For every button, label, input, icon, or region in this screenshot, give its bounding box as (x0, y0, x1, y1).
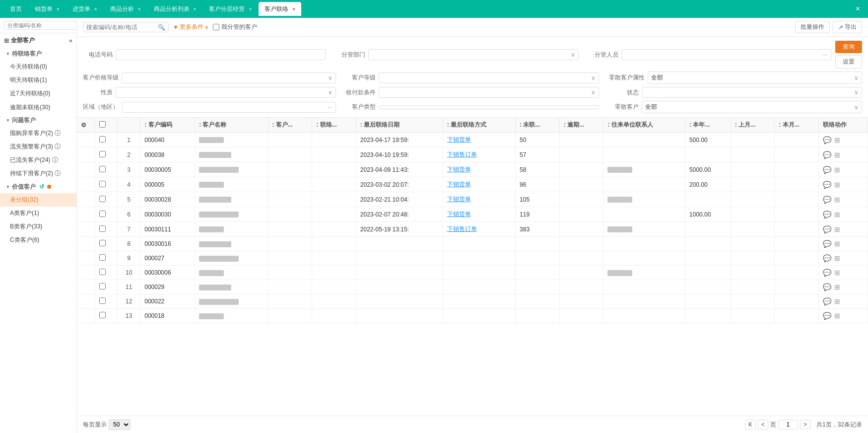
chat-icon[interactable]: 💬 (823, 136, 831, 144)
grid-action-icon[interactable]: ⊞ (834, 196, 840, 204)
sidebar-item-7days[interactable]: 近7天待联络(0) (0, 87, 76, 100)
tab-customer-contact[interactable]: 客户联络 × (259, 2, 301, 16)
tab-home[interactable]: 首页 (4, 2, 28, 16)
col-setting[interactable]: ⚙ (77, 118, 95, 133)
row-checkbox[interactable] (99, 225, 106, 232)
prev-page-button[interactable]: < (758, 420, 768, 430)
col-unit-contact[interactable]: : 往来单位联系人 (603, 118, 685, 133)
grid-action-icon[interactable]: ⊞ (834, 269, 840, 277)
grid-action-icon[interactable]: ⊞ (834, 136, 840, 144)
manager-select[interactable]: ··· (621, 49, 831, 60)
tab-goods-analysis[interactable]: 商品分析 × (104, 2, 147, 16)
grid-action-icon[interactable]: ⊞ (834, 312, 840, 320)
col-cust-type[interactable]: : 客户... (268, 118, 312, 133)
all-customers-header[interactable]: ⊞ 全部客户 « (0, 33, 76, 48)
tab-purchase[interactable]: 进货单 × (67, 2, 103, 16)
grid-action-icon[interactable]: ⊞ (834, 240, 840, 248)
more-filters-button[interactable]: ▼ 更多条件 ∧ (173, 23, 209, 31)
phone-input[interactable] (116, 49, 326, 60)
my-customers-filter[interactable]: 我分管的客户 (213, 23, 257, 31)
batch-op-button[interactable]: 批量操作 (795, 21, 830, 33)
sales-tab-close[interactable]: × (57, 6, 60, 12)
tab-goods-list[interactable]: 商品分析列表 × (148, 2, 202, 16)
group-value-customers[interactable]: ▼ 价值客户 ↺ (0, 181, 76, 193)
row-checkbox[interactable] (99, 283, 106, 289)
retail-customer-select[interactable]: 全部 ∨ (642, 101, 862, 113)
chat-icon[interactable]: 💬 (823, 297, 831, 305)
retail-attr-select[interactable]: 全部 ∨ (648, 72, 862, 84)
sidebar-item-churned[interactable]: 已流失客户(24) ⓘ (0, 153, 76, 167)
refresh-icon[interactable]: ↺ (39, 183, 44, 190)
cust-type-select[interactable] (379, 105, 599, 109)
tab-sales[interactable]: 销货单 × (29, 2, 66, 16)
chat-icon[interactable]: 💬 (823, 166, 831, 174)
row-checkbox[interactable] (99, 312, 106, 318)
row-checkbox[interactable] (99, 297, 106, 304)
chat-icon[interactable]: 💬 (823, 211, 831, 218)
query-button[interactable]: 查询 (835, 41, 862, 53)
sidebar-item-class-a[interactable]: A类客户(1) (0, 207, 76, 220)
col-this-year[interactable]: : 本年... (685, 118, 731, 133)
chat-icon[interactable]: 💬 (823, 283, 831, 291)
payment-select[interactable]: ∨ (379, 87, 599, 98)
reset-button[interactable]: 设置 (835, 55, 862, 69)
chat-icon[interactable]: 💬 (823, 254, 831, 262)
row-checkbox[interactable] (99, 254, 106, 261)
col-code[interactable]: : 客户编码 (140, 118, 195, 133)
cust-level-select[interactable]: ∨ (379, 72, 599, 83)
sidebar-collapse-icon[interactable]: « (69, 37, 72, 44)
sidebar-item-class-b[interactable]: B类客户(33) (0, 220, 76, 233)
group-problem-customers[interactable]: ▼ 问题客户 (0, 114, 76, 127)
search-icon[interactable]: 🔍 (158, 24, 165, 31)
sidebar-search-input[interactable] (4, 21, 77, 30)
window-close-button[interactable]: × (852, 4, 864, 13)
first-page-button[interactable]: K (745, 420, 756, 430)
col-overdue[interactable]: : 逾期... (559, 118, 603, 133)
nature-select[interactable]: ∨ (116, 87, 336, 98)
grid-action-icon[interactable]: ⊞ (834, 211, 840, 218)
row-checkbox[interactable] (99, 166, 106, 172)
page-number-input[interactable] (778, 420, 798, 430)
dept-select[interactable]: ∨ (368, 49, 578, 60)
chat-icon[interactable]: 💬 (823, 312, 831, 320)
sidebar-item-today[interactable]: 今天待联络(0) (0, 60, 76, 73)
my-customers-checkbox[interactable] (213, 24, 219, 30)
tab-customer-tier[interactable]: 客户分层经营 × (203, 2, 258, 16)
col-uncontacted[interactable]: : 未联... (516, 118, 560, 133)
col-last-contact-method[interactable]: : 最后联络方式 (443, 118, 515, 133)
search-input[interactable] (86, 24, 156, 31)
grid-action-icon[interactable]: ⊞ (834, 254, 840, 262)
customer-contact-tab-close[interactable]: × (292, 6, 295, 12)
region-select[interactable]: ··· (122, 102, 336, 113)
sidebar-item-abnormal-hoarding[interactable]: 囤购异常客户(2) ⓘ (0, 127, 76, 140)
goods-analysis-tab-close[interactable]: × (138, 6, 141, 12)
grid-action-icon[interactable]: ⊞ (834, 151, 840, 159)
chat-icon[interactable]: 💬 (823, 269, 831, 277)
grid-action-icon[interactable]: ⊞ (834, 166, 840, 174)
col-contact[interactable]: : 联络... (312, 118, 356, 133)
col-this-month[interactable]: : 本月... (775, 118, 819, 133)
col-last-month[interactable]: : 上月... (731, 118, 775, 133)
col-last-contact-date[interactable]: : 最后联络日期 (356, 118, 443, 133)
sidebar-item-unclassified[interactable]: 未分组(32) (0, 193, 76, 207)
gear-icon[interactable]: ⚙ (81, 122, 86, 129)
status-select[interactable]: ∨ (642, 87, 862, 98)
sidebar-item-class-c[interactable]: C类客户(6) (0, 233, 76, 247)
purchase-tab-close[interactable]: × (94, 6, 97, 12)
row-checkbox[interactable] (99, 181, 106, 187)
customer-tier-tab-close[interactable]: × (249, 6, 252, 12)
select-all-checkbox[interactable] (99, 121, 106, 128)
chat-icon[interactable]: 💬 (823, 225, 831, 233)
sidebar-item-churn-warning[interactable]: 流失预警客户(3) ⓘ (0, 140, 76, 153)
sidebar-item-tomorrow[interactable]: 明天待联络(1) (0, 73, 76, 87)
sidebar-item-overdue[interactable]: 逾期未联络(30) (0, 101, 76, 114)
chat-icon[interactable]: 💬 (823, 151, 831, 159)
row-checkbox[interactable] (99, 151, 106, 157)
chat-icon[interactable]: 💬 (823, 196, 831, 204)
row-checkbox[interactable] (99, 211, 106, 217)
chat-icon[interactable]: 💬 (823, 240, 831, 248)
goods-list-tab-close[interactable]: × (194, 6, 197, 12)
grid-action-icon[interactable]: ⊞ (834, 181, 840, 189)
col-name[interactable]: : 客户名称 (195, 118, 268, 133)
row-checkbox[interactable] (99, 196, 106, 202)
